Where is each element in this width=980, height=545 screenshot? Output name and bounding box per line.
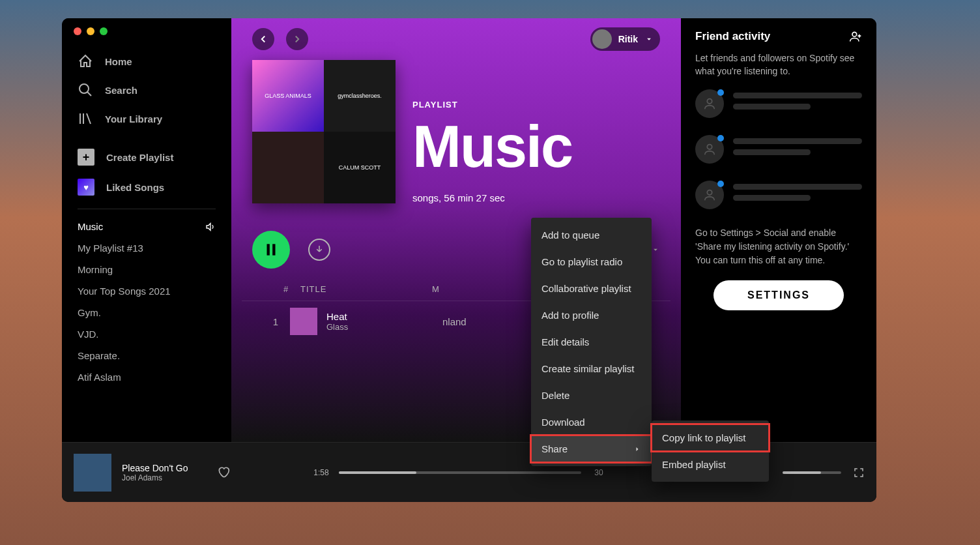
sidebar-playlist-item[interactable]: Gym. xyxy=(78,302,216,323)
liked-label: Liked Songs xyxy=(106,182,164,193)
add-friend-icon[interactable] xyxy=(849,30,862,43)
playlist-subtitle: songs, 56 min 27 sec xyxy=(412,192,572,203)
playlist-type-label: PLAYLIST xyxy=(412,100,572,110)
nav-home[interactable]: Home xyxy=(62,47,231,76)
menu-add-to-queue[interactable]: Add to queue xyxy=(531,222,652,248)
col-title: TITLE xyxy=(300,284,432,297)
maximize-window[interactable] xyxy=(100,27,108,35)
sidebar-divider xyxy=(78,209,216,209)
top-bar: Ritik xyxy=(231,18,681,60)
heart-icon: ♥ xyxy=(78,179,94,196)
menu-collaborative[interactable]: Collaborative playlist xyxy=(531,275,652,302)
friend-placeholder xyxy=(695,89,862,118)
playlist-context-menu: Add to queue Go to playlist radio Collab… xyxy=(531,218,652,466)
svg-rect-2 xyxy=(272,244,275,255)
friend-activity-desc: Let friends and followers on Spotify see… xyxy=(695,52,862,78)
chevron-down-icon xyxy=(651,245,660,254)
sidebar-playlist-item[interactable]: Morning xyxy=(78,259,216,280)
chevron-down-icon xyxy=(644,35,654,44)
cover-cell: gymclassheroes. xyxy=(324,60,396,132)
liked-songs[interactable]: ♥ Liked Songs xyxy=(62,172,231,202)
menu-create-similar[interactable]: Create similar playlist xyxy=(531,355,652,382)
playlist-hero: GLASS ANIMALS gymclassheroes. CALUM SCOT… xyxy=(231,60,681,219)
avatar xyxy=(592,29,612,49)
submenu-embed[interactable]: Embed playlist xyxy=(652,451,769,478)
svg-rect-1 xyxy=(267,244,270,255)
settings-button[interactable]: SETTINGS xyxy=(713,280,844,310)
home-icon xyxy=(78,53,93,69)
person-icon xyxy=(695,181,724,209)
svg-point-8 xyxy=(707,190,712,195)
playlist-list: Music My Playlist #13 Morning Your Top S… xyxy=(62,216,231,442)
nav-home-label: Home xyxy=(105,56,132,67)
share-submenu: Copy link to playlist Embed playlist xyxy=(652,420,769,482)
person-icon xyxy=(695,89,724,118)
sidebar: Home Search Your Library + Create Playli… xyxy=(62,18,231,442)
sidebar-playlist-item[interactable]: Music xyxy=(78,216,216,237)
friend-activity-title: Friend activity xyxy=(695,30,770,43)
progress-bar[interactable]: 1:58 30 xyxy=(310,468,610,477)
person-icon xyxy=(695,135,724,164)
menu-go-to-radio[interactable]: Go to playlist radio xyxy=(531,248,652,275)
app-window: Home Search Your Library + Create Playli… xyxy=(62,18,876,502)
create-playlist[interactable]: + Create Playlist xyxy=(62,142,231,172)
col-number: # xyxy=(272,284,300,297)
track-artist: Glass xyxy=(326,322,348,332)
total-time: 30 xyxy=(588,468,610,477)
sidebar-playlist-item[interactable]: Your Top Songs 2021 xyxy=(78,280,216,302)
friend-activity-panel: Friend activity Let friends and follower… xyxy=(681,18,876,442)
chevron-right-icon xyxy=(633,445,641,453)
close-window[interactable] xyxy=(74,27,81,35)
minimize-window[interactable] xyxy=(87,27,94,35)
sidebar-playlist-item[interactable]: VJD. xyxy=(78,323,216,345)
playlist-title: Music xyxy=(412,113,572,181)
like-button[interactable] xyxy=(217,465,231,480)
search-icon xyxy=(78,82,93,98)
cover-cell: GLASS ANIMALS xyxy=(252,60,324,132)
cover-cell: CALUM SCOTT xyxy=(324,132,396,203)
sidebar-playlist-item[interactable]: Atif Aslam xyxy=(78,366,216,388)
play-pause-button[interactable] xyxy=(252,231,290,269)
main-content: Ritik GLASS ANIMALS gymclassheroes. CALU… xyxy=(231,18,681,442)
svg-point-7 xyxy=(707,145,712,149)
fullscreen-icon[interactable] xyxy=(853,467,865,479)
menu-add-to-profile[interactable]: Add to profile xyxy=(531,302,652,329)
nav-search[interactable]: Search xyxy=(62,76,231,104)
track-cover xyxy=(290,308,317,335)
svg-point-0 xyxy=(79,84,89,93)
nav-forward-button[interactable] xyxy=(286,28,308,50)
cover-cell xyxy=(252,132,324,203)
menu-delete[interactable]: Delete xyxy=(531,382,652,409)
speaker-icon xyxy=(205,222,216,232)
submenu-copy-link[interactable]: Copy link to playlist xyxy=(652,424,769,451)
nav-search-label: Search xyxy=(105,85,137,96)
now-playing-title: Please Don't Go xyxy=(122,463,207,473)
track-number: 1 xyxy=(261,316,290,327)
svg-point-6 xyxy=(707,99,712,104)
menu-edit-details[interactable]: Edit details xyxy=(531,329,652,355)
elapsed-time: 1:58 xyxy=(310,468,332,477)
plus-icon: + xyxy=(78,149,94,166)
friend-activity-help: Go to Settings > Social and enable 'Shar… xyxy=(695,226,862,267)
window-traffic-lights xyxy=(74,27,108,35)
menu-download[interactable]: Download xyxy=(531,409,652,435)
nav-back-button[interactable] xyxy=(252,28,274,50)
create-label: Create Playlist xyxy=(106,152,173,163)
sidebar-playlist-item[interactable]: Separate. xyxy=(78,345,216,366)
sidebar-playlist-item[interactable]: My Playlist #13 xyxy=(78,237,216,259)
nav-library-label: Your Library xyxy=(105,113,162,125)
friend-placeholder xyxy=(695,181,862,209)
user-name: Ritik xyxy=(618,34,638,44)
download-button[interactable] xyxy=(308,239,330,261)
now-playing-artist: Joel Adams xyxy=(122,473,207,482)
now-playing-cover xyxy=(74,454,111,492)
library-icon xyxy=(78,111,93,126)
nav-library[interactable]: Your Library xyxy=(62,104,231,133)
friend-placeholder xyxy=(695,135,862,164)
menu-share[interactable]: Share xyxy=(531,435,652,462)
user-menu[interactable]: Ritik xyxy=(590,27,660,51)
svg-point-5 xyxy=(852,32,857,37)
playlist-cover: GLASS ANIMALS gymclassheroes. CALUM SCOT… xyxy=(252,60,396,203)
volume-slider[interactable] xyxy=(783,471,841,474)
track-title: Heat xyxy=(326,311,348,322)
